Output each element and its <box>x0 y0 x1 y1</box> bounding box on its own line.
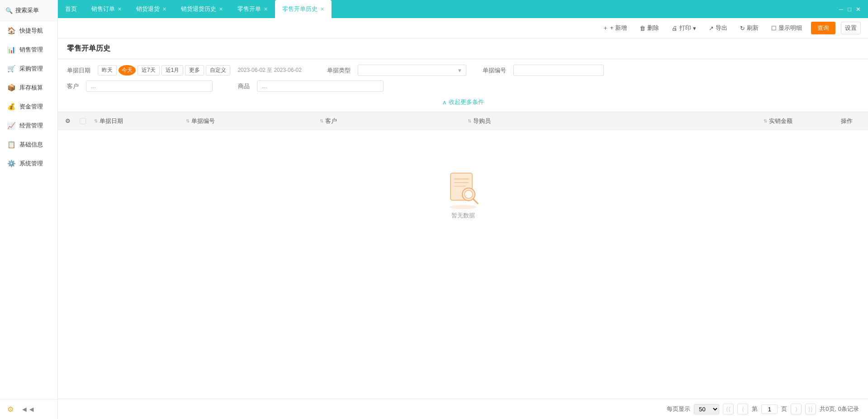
date-btn-more[interactable]: 更多 <box>185 65 204 75</box>
collapse-row: ∧ 收起更多条件 <box>67 96 859 106</box>
sidebar-item-inventory[interactable]: 📦 库存核算 <box>0 78 57 97</box>
svg-point-0 <box>450 205 477 209</box>
goods-select[interactable]: ... <box>257 80 384 92</box>
page-number-input[interactable] <box>761 405 778 414</box>
sort-icon-number: ⇅ <box>186 118 190 123</box>
add-button[interactable]: ＋ + 新增 <box>599 22 631 34</box>
filter-row-1: 单据日期 昨天 今天 近7天 近1月 更多 自定义 2023-06-02 至 2… <box>67 65 859 76</box>
tab-home[interactable]: 首页 <box>58 0 84 18</box>
tab-sales-return-history-label: 销货退货历史 <box>181 5 216 13</box>
sidebar-collapse-icon[interactable]: ◄◄ <box>21 405 35 414</box>
sidebar-item-finance[interactable]: 💰 资金管理 <box>0 97 57 116</box>
window-maximize[interactable]: □ <box>848 6 851 13</box>
tab-retail-open[interactable]: 零售开单 ✕ <box>230 0 275 18</box>
date-btn-today[interactable]: 今天 <box>119 65 136 75</box>
system-icon: ⚙️ <box>7 160 16 168</box>
sidebar-item-quick-nav[interactable]: 🏠 快捷导航 <box>0 21 57 40</box>
date-btn-yesterday[interactable]: 昨天 <box>98 65 117 75</box>
sort-icon-date: ⇅ <box>94 118 98 123</box>
customer-select[interactable]: ... <box>86 80 213 92</box>
tab-sales-order-close[interactable]: ✕ <box>118 6 122 12</box>
tab-retail-history-close[interactable]: ✕ <box>320 6 324 12</box>
page-next-button[interactable]: ⟩ <box>791 404 802 414</box>
select-all-checkbox[interactable] <box>80 118 86 124</box>
table-area: ⚙ ⇅ 单据日期 ⇅ 单据编号 ⇅ 客户 ⇅ <box>58 112 868 399</box>
per-page-select[interactable]: 50 10 20 100 <box>694 404 719 414</box>
search-icon: 🔍 <box>5 7 13 14</box>
page-prev-button[interactable]: ⟨ <box>737 404 748 414</box>
doc-number-input[interactable] <box>513 65 604 76</box>
basic-icon: 📋 <box>7 141 16 149</box>
collapse-button[interactable]: ∧ 收起更多条件 <box>442 98 484 106</box>
main-area: 首页 销售订单 ✕ 销货退货 ✕ 销货退货历史 ✕ 零售开单 ✕ 零售开单历史 … <box>58 0 868 419</box>
sidebar-item-basic[interactable]: 📋 基础信息 <box>0 135 57 154</box>
sidebar-item-operation[interactable]: 📈 经营管理 <box>0 116 57 135</box>
filter-area: 单据日期 昨天 今天 近7天 近1月 更多 自定义 2023-06-02 至 2… <box>58 59 868 112</box>
window-minimize[interactable]: ─ <box>839 6 843 13</box>
date-filter-label: 单据日期 <box>67 66 90 75</box>
tab-sales-return-label: 销货退货 <box>136 5 160 13</box>
collapse-up-icon: ∧ <box>442 99 447 106</box>
th-checkbox[interactable] <box>76 118 90 124</box>
sidebar-item-system[interactable]: ⚙️ 系统管理 <box>0 154 57 173</box>
sidebar-item-label: 库存核算 <box>19 84 43 92</box>
page-first-button[interactable]: ⟨⟨ <box>723 404 734 414</box>
empty-illustration <box>441 166 486 212</box>
doc-type-filter-label: 单据类型 <box>327 66 351 75</box>
sidebar-search[interactable]: 🔍 搜索采单 <box>0 0 57 21</box>
tab-sales-order[interactable]: 销售订单 ✕ <box>84 0 129 18</box>
tab-sales-return-history-close[interactable]: ✕ <box>219 6 223 12</box>
pagination: 每页显示 50 10 20 100 ⟨⟨ ⟨ 第 页 ⟩ ⟩⟩ 共0页, 0条记… <box>58 399 868 419</box>
page-suffix: 页 <box>781 405 787 413</box>
query-button[interactable]: 查询 <box>811 22 835 34</box>
doc-type-dropdown-icon: ▾ <box>458 67 461 74</box>
sidebar-item-purchase[interactable]: 🛒 采购管理 <box>0 59 57 78</box>
date-btn-custom[interactable]: 自定义 <box>206 65 230 75</box>
export-button[interactable]: ↗ 导出 <box>705 22 731 34</box>
refresh-button[interactable]: ↻ 刷新 <box>736 22 762 34</box>
checkbox-icon: ☐ <box>771 25 777 32</box>
finance-icon: 💰 <box>7 103 16 111</box>
tab-retail-open-close[interactable]: ✕ <box>264 6 268 12</box>
window-close[interactable]: ✕ <box>856 6 861 13</box>
sales-icon: 📊 <box>7 46 16 54</box>
tab-sales-return-history[interactable]: 销货退货历史 ✕ <box>174 0 230 18</box>
operation-icon: 📈 <box>7 122 16 130</box>
export-label: 导出 <box>716 24 727 32</box>
delete-icon: 🗑 <box>640 25 645 32</box>
doc-type-select[interactable]: ▾ <box>358 65 466 76</box>
th-guide[interactable]: ⇅ 导购员 <box>464 117 542 125</box>
settings-button[interactable]: 设置 <box>841 22 861 34</box>
total-info: 共0页, 0条记录 <box>820 405 859 413</box>
th-date[interactable]: ⇅ 单据日期 <box>90 117 182 125</box>
date-btn-1month[interactable]: 近1月 <box>161 65 184 75</box>
th-customer[interactable]: ⇅ 客户 <box>316 117 464 125</box>
filter-row-2: 客户 ... 商品 ... <box>67 80 859 92</box>
th-action-label: 操作 <box>841 117 853 125</box>
sort-icon-customer: ⇅ <box>320 118 323 123</box>
page-last-button[interactable]: ⟩⟩ <box>805 404 816 414</box>
th-amount[interactable]: ⇅ 实销金额 <box>760 117 838 125</box>
delete-button[interactable]: 🗑 删除 <box>636 22 663 34</box>
th-settings[interactable]: ⚙ <box>62 118 76 124</box>
display-detail-button[interactable]: ☐ 显示明细 <box>768 22 806 34</box>
delete-label: 删除 <box>647 24 659 32</box>
add-icon: ＋ <box>602 24 608 32</box>
date-btn-7days[interactable]: 近7天 <box>138 65 160 75</box>
tab-sales-return[interactable]: 销货退货 ✕ <box>129 0 174 18</box>
tab-sales-return-close[interactable]: ✕ <box>162 6 166 12</box>
table-wrapper: ⚙ ⇅ 单据日期 ⇅ 单据编号 ⇅ 客户 ⇅ <box>58 112 868 256</box>
print-icon: 🖨 <box>672 25 678 32</box>
sidebar-item-sales[interactable]: 📊 销售管理 <box>0 40 57 59</box>
toolbar: ＋ + 新增 🗑 删除 🖨 打印 ▾ ↗ 导出 ↻ 刷新 ☐ 显示明细 查询 设… <box>58 18 868 38</box>
date-range-text: 2023-06-02 至 2023-06-02 <box>237 66 301 74</box>
tab-retail-history[interactable]: 零售开单历史 ✕ <box>275 0 332 18</box>
settings-col-icon: ⚙ <box>65 118 71 124</box>
goods-filter-label: 商品 <box>238 82 250 90</box>
th-amount-label: 实销金额 <box>769 117 792 125</box>
window-controls: ─ □ ✕ <box>839 6 868 13</box>
customer-filter-label: 客户 <box>67 82 79 90</box>
settings-bottom-icon[interactable]: ⚙ <box>7 405 14 414</box>
print-button[interactable]: 🖨 打印 ▾ <box>668 22 700 34</box>
th-number[interactable]: ⇅ 单据编号 <box>182 117 316 125</box>
